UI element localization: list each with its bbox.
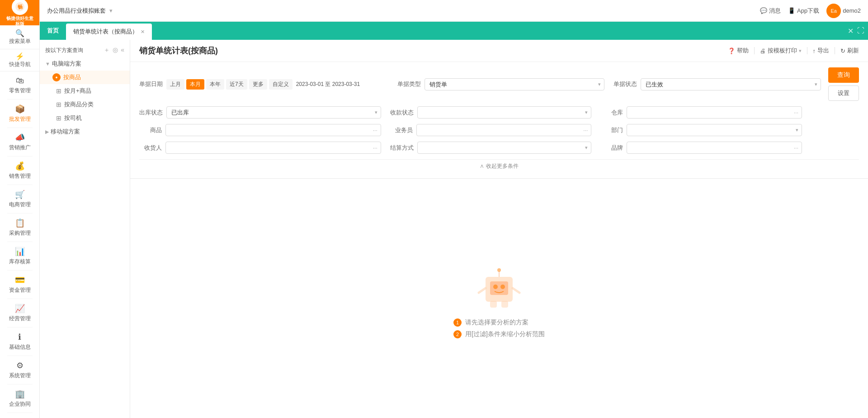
salesperson-label: 业务员 — [390, 126, 413, 134]
add-scheme-icon[interactable]: ＋ — [104, 46, 110, 54]
help-button[interactable]: ❓ 帮助 — [728, 47, 749, 55]
sidebar-item-guide[interactable]: 🎯新手引导 — [7, 413, 33, 418]
salesperson-suffix[interactable]: ··· — [583, 127, 588, 133]
filter-goods: 商品 ··· — [139, 124, 381, 136]
warehouse-input[interactable] — [627, 106, 802, 119]
filter-doc-type: 单据类型 销货单 ▾ — [397, 78, 605, 90]
out-status-control: 已出库 ▾ — [166, 106, 381, 119]
message-button[interactable]: 💬 消息 — [760, 7, 781, 15]
empty-tip-2: 2 用[过滤]条件来缩小分析范围 — [453, 330, 545, 338]
brand-suffix[interactable]: ··· — [794, 145, 798, 151]
doc-type-select[interactable]: 销货单 — [425, 78, 605, 90]
goods-input[interactable] — [165, 124, 381, 136]
search-menu-button[interactable]: 🔍 搜索菜单 — [0, 25, 39, 49]
svg-point-4 — [493, 285, 498, 289]
wholesale-icon: 📦 — [15, 104, 25, 114]
date-picker-row: 上月 本月 本年 近7天 更多 自定义 2023-03-01 至 2023-03… — [166, 79, 388, 90]
app-logo[interactable]: 畅 畅捷信好生意 标版 — [0, 0, 40, 25]
sidebar-item-system[interactable]: ⚙系统管理 — [7, 356, 33, 385]
receiver-suffix[interactable]: ··· — [373, 145, 377, 151]
username: demo2 — [843, 7, 861, 14]
finance-icon: 💳 — [15, 275, 25, 285]
filter-row-1: 单据日期 上月 本月 本年 近7天 更多 自定义 2023-03-01 至 20… — [139, 67, 859, 101]
tree-item-by-goods[interactable]: ● 按商品 — [40, 71, 130, 84]
sidebar-item-basic[interactable]: ℹ基础信息 — [7, 328, 33, 356]
sidebar-item-finance[interactable]: 💳资金管理 — [7, 271, 33, 299]
print-button[interactable]: 🖨 按模板打印 ▾ — [760, 47, 802, 55]
ecommerce-label: 电商管理 — [9, 201, 31, 209]
settlement-select[interactable] — [417, 142, 592, 154]
purchase-icon: 📋 — [15, 218, 25, 228]
sidebar-item-sales[interactable]: 💰销售管理 — [7, 157, 33, 185]
svg-rect-10 — [490, 301, 497, 308]
tree-group-mobile[interactable]: ▶ 移动端方案 — [40, 125, 130, 138]
sidebar-item-wholesale[interactable]: 📦批发管理 — [7, 100, 33, 128]
pay-status-select[interactable] — [417, 106, 592, 119]
sidebar-item-operations[interactable]: 📈经营管理 — [7, 299, 33, 328]
tree-item-by-month-goods[interactable]: ⊞ 按月+商品 — [40, 84, 130, 98]
out-status-select[interactable]: 已出库 — [166, 106, 381, 119]
date-range[interactable]: 2023-03-01 至 2023-03-31 — [296, 81, 360, 88]
sidebar-item-inventory[interactable]: 📊库存核算 — [7, 242, 33, 271]
goods-suffix[interactable]: ··· — [373, 127, 377, 133]
refresh-button[interactable]: ↻ 刷新 — [840, 47, 859, 55]
tab-home[interactable]: 首页 — [40, 22, 66, 40]
doc-type-label: 单据类型 — [397, 80, 421, 88]
edit-scheme-icon[interactable]: ◎ — [113, 46, 118, 54]
svg-line-9 — [513, 288, 519, 293]
tab-report[interactable]: 销货单统计表（按商品） ✕ — [66, 24, 152, 40]
tree-item-by-cashier[interactable]: ⊞ 按司机 — [40, 111, 130, 125]
brand-control: ··· — [627, 142, 802, 154]
tab-close-window[interactable]: ✕ — [848, 27, 854, 35]
by-cashier-label: 按司机 — [64, 114, 82, 122]
date-tab-this-year[interactable]: 本年 — [206, 79, 224, 90]
date-tab-more[interactable]: 更多 — [249, 79, 267, 90]
wholesale-label: 批发管理 — [9, 115, 31, 123]
receiver-label: 收货人 — [139, 144, 162, 152]
warehouse-suffix[interactable]: ··· — [794, 109, 798, 116]
filter-out-status: 出库状态 已出库 ▾ — [139, 106, 381, 119]
sidebar-item-ecommerce[interactable]: 🛒电商管理 — [7, 185, 33, 214]
goods-label: 商品 — [139, 126, 162, 134]
app-name: 畅捷信好生意 — [6, 16, 33, 21]
tip2-label: 用[过滤]条件来缩小分析范围 — [465, 330, 545, 338]
date-tab-custom[interactable]: 自定义 — [269, 79, 292, 90]
report-tab-label: 销货单统计表（按商品） — [73, 28, 138, 36]
department-select[interactable] — [627, 124, 802, 136]
salesperson-input[interactable] — [416, 124, 592, 136]
sidebar-item-retail[interactable]: 🛍零售管理 — [7, 71, 33, 100]
collapse-panel-icon[interactable]: « — [121, 46, 124, 54]
tree-group-pc[interactable]: ▼ 电脑端方案 — [40, 57, 130, 71]
date-tab-7days[interactable]: 近7天 — [226, 79, 247, 90]
tab-maximize[interactable]: ⛶ — [857, 27, 864, 35]
receiver-input[interactable] — [165, 142, 381, 154]
sidebar-item-purchase[interactable]: 📋采购管理 — [7, 214, 33, 242]
panel-header-label: 按以下方案查询 — [45, 47, 83, 54]
query-button[interactable]: 查询 — [828, 67, 859, 83]
filter-row-4: 收货人 ··· 结算方式 ▾ — [139, 142, 859, 154]
date-tab-last-month[interactable]: 上月 — [166, 79, 184, 90]
department-label: 部门 — [600, 126, 623, 134]
tab-close-icon[interactable]: ✕ — [141, 29, 145, 35]
collapse-button[interactable]: ∧ 收起更多条件 — [139, 159, 859, 173]
date-tab-this-month[interactable]: 本月 — [186, 79, 204, 90]
tree-item-by-category[interactable]: ⊞ 按商品分类 — [40, 98, 130, 111]
empty-text: 1 请先选择要分析的方案 2 用[过滤]条件来缩小分析范围 — [453, 318, 545, 338]
app-download-button[interactable]: 📱 App下载 — [788, 7, 819, 15]
divider1 — [754, 47, 755, 54]
help-label: 帮助 — [737, 47, 749, 55]
action-buttons: 查询 设置 — [828, 67, 859, 101]
sidebar-item-marketing[interactable]: 📣营销推广 — [7, 128, 33, 157]
quick-nav-button[interactable]: ⚡ 快捷导航 — [0, 49, 39, 71]
setting-button[interactable]: 设置 — [828, 86, 859, 101]
home-tab-label: 首页 — [47, 27, 59, 35]
enterprise-label: 企业协同 — [9, 400, 31, 408]
by-cashier-icon: ⊞ — [56, 114, 61, 122]
sidebar-item-enterprise[interactable]: 🏢企业协同 — [7, 385, 33, 413]
topbar-right: 💬 消息 📱 App下载 Ea demo2 — [760, 4, 861, 18]
export-button[interactable]: ↑ 导出 — [813, 47, 830, 55]
doc-status-select[interactable]: 已生效 — [641, 78, 821, 90]
user-profile[interactable]: Ea demo2 — [826, 4, 861, 18]
tip2-num: 2 — [453, 330, 462, 338]
brand-input[interactable] — [627, 142, 802, 154]
